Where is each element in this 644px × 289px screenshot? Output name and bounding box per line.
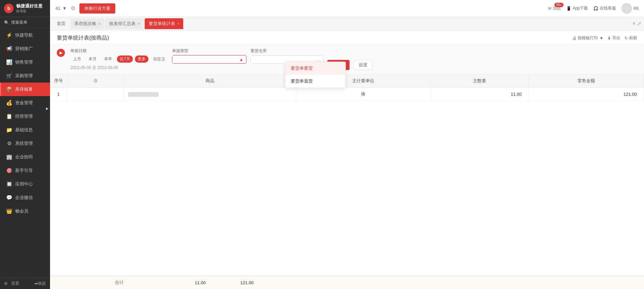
member-icon: 👑 — [6, 208, 13, 215]
export-icon: ⬇ — [607, 36, 611, 41]
store-dropdown-icon: ▼ — [62, 6, 67, 11]
sidebar-item-operation[interactable]: 📋 经营管理 — [0, 110, 50, 123]
wechat-icon: 💬 — [6, 194, 13, 201]
warehouse-filter-label: 要货仓库 — [251, 48, 323, 54]
dropdown-item-return[interactable]: 要货单退货 — [285, 75, 345, 88]
sidebar-item-apps[interactable]: 🔲 应用中心 — [0, 177, 50, 191]
message-icon: ✉ — [548, 6, 551, 11]
logo-icon: b — [4, 4, 14, 13]
warehouse-filter-icon[interactable]: … — [313, 57, 323, 62]
sidebar-item-enterprise[interactable]: 🏢 企业协同 — [0, 150, 50, 164]
apps-icon: 🔲 — [6, 181, 13, 187]
sidebar-item-shortcut[interactable]: ⚡ 快捷导航 — [0, 28, 50, 42]
tabbar-actions: × ⤢ — [633, 20, 641, 27]
message-button[interactable]: ✉ 消息 99+ — [548, 5, 561, 11]
sidebar-item-label: 系统管理 — [15, 140, 33, 147]
tab-receipt[interactable]: 收发存汇总表 × — [105, 18, 144, 29]
sidebar-item-label: 企业协同 — [15, 154, 33, 160]
sidebar-item-system[interactable]: ⚙ 系统管理 — [0, 137, 50, 150]
main-area: 41 ▼ ⚙ 体验行业方案 ✉ 消息 99+ 📱 App下载 🎧 在线客服 R — [50, 0, 644, 289]
date-btn-custom[interactable]: 自定义 — [150, 55, 168, 63]
enterprise-icon: 🏢 — [6, 154, 13, 160]
tabbar-expand[interactable]: ⤢ — [637, 20, 641, 27]
tabbar-close-all[interactable]: × — [633, 21, 636, 27]
dropdown-item-receive[interactable]: 要货单要货 — [285, 62, 345, 75]
basic-icon: 📁 — [6, 127, 13, 133]
tabbar: 首页 库存批次账 × 收发存汇总表 × 要货单统计表 × × ⤢ — [50, 17, 644, 30]
date-btn-this-year[interactable]: 本年 — [101, 55, 115, 63]
sidebar-bottom[interactable]: ⚙ 设置 ⬅ 收起 — [0, 277, 50, 289]
table-row: 1 块 11.00 121.00 — [50, 88, 644, 101]
col-header-seq: 序号 — [50, 74, 67, 88]
table-area: 序号 ⚙ 商品 主计量单位 主数量 零售金额 1 — [50, 74, 644, 275]
sidebar-item-label: 销售管理 — [15, 59, 33, 65]
type-filter-input-wrap[interactable]: ▲ — [172, 55, 246, 64]
type-filter-input[interactable] — [172, 55, 237, 63]
store-number: 41 — [55, 6, 60, 11]
footer-amount: 121.00 — [240, 280, 254, 285]
sidebar-item-wechat[interactable]: 💬 企业微信 — [0, 191, 50, 204]
refresh-icon: ↻ — [624, 36, 628, 41]
sidebar-collapse-button[interactable]: ▶ — [45, 102, 50, 115]
avatar-image — [621, 3, 632, 14]
cell-qty: 11.00 — [431, 88, 529, 101]
topbar-left: 41 ▼ ⚙ 体验行业方案 — [55, 3, 548, 14]
sidebar-item-finance[interactable]: 💰 资金管理 — [0, 96, 50, 110]
date-btn-more[interactable]: 更多 — [135, 55, 148, 63]
page-title: 要货单统计表(按商品) — [57, 35, 109, 42]
date-btn-7days[interactable]: 近7天 — [117, 55, 133, 63]
tab-batch[interactable]: 库存批次账 × — [70, 18, 104, 29]
tab-home[interactable]: 首页 — [53, 18, 70, 29]
cell-seq: 1 — [50, 88, 67, 101]
topbar-settings-icon[interactable]: ⚙ — [71, 5, 75, 12]
export-button[interactable]: ⬇ 导出 — [607, 35, 620, 41]
settings-button[interactable]: 设置 — [354, 60, 373, 70]
type-filter-arrow[interactable]: ▲ — [237, 57, 246, 62]
footer-total-label: 合计 — [115, 280, 124, 286]
date-btn-this-month[interactable]: 本月 — [86, 55, 99, 63]
sidebar-item-basic[interactable]: 📁 基础信息 — [0, 123, 50, 137]
filter-expand-button[interactable]: ▶ — [57, 49, 65, 57]
type-filter-label: 单据类型 — [172, 48, 246, 54]
tab-batch-close[interactable]: × — [98, 22, 100, 26]
sidebar-item-label: 资金管理 — [15, 100, 33, 106]
tab-order-stat-close[interactable]: × — [177, 22, 179, 26]
sidebar-item-inventory[interactable]: 📦 库存核算 — [0, 83, 50, 96]
print-icon: 🖨 — [572, 36, 576, 41]
app-download-button[interactable]: 📱 App下载 — [566, 5, 588, 11]
product-name-placeholder — [128, 92, 159, 97]
filter-bar: ▶ 单据日期 上月 本月 本年 近7天 更多 自定义 2023-05-06 至 … — [50, 45, 644, 74]
sidebar-search[interactable]: 🔍 搜索菜单 — [0, 17, 50, 28]
filter-group: 单据日期 上月 本月 本年 近7天 更多 自定义 2023-05-06 至 20… — [70, 48, 637, 71]
col-header-settings: ⚙ — [67, 74, 124, 88]
tab-receipt-close[interactable]: × — [138, 22, 140, 26]
store-selector[interactable]: 41 ▼ — [55, 6, 67, 11]
industry-button[interactable]: 体验行业方案 — [79, 3, 115, 14]
settings-icon: ⚙ — [4, 281, 8, 286]
sidebar-item-guide[interactable]: 🎯 新手引导 — [0, 164, 50, 177]
sidebar-item-sales[interactable]: 📊 销售管理 — [0, 55, 50, 69]
sidebar-item-member[interactable]: 👑 畅会员 — [0, 204, 50, 218]
service-icon: 🎧 — [593, 6, 598, 11]
page-actions: 🖨 按模板打印 ▼ ⬇ 导出 ↻ 刷新 — [572, 35, 637, 41]
col-header-qty: 主数量 — [431, 74, 529, 88]
print-button[interactable]: 🖨 按模板打印 ▼ — [572, 35, 603, 41]
date-btn-prev-month[interactable]: 上月 — [70, 55, 84, 63]
table-settings-icon[interactable]: ⚙ — [93, 78, 98, 84]
online-service-button[interactable]: 🎧 在线客服 — [593, 5, 616, 11]
cell-settings — [67, 88, 124, 101]
sidebar-item-purchase[interactable]: 🛒 采购管理 — [0, 69, 50, 83]
tab-order-stat[interactable]: 要货单统计表 × — [145, 18, 183, 29]
sidebar-item-marketing[interactable]: 📢 营销推广 — [0, 42, 50, 55]
app-icon: 📱 — [566, 6, 571, 11]
type-filter: 单据类型 ▲ — [172, 48, 246, 64]
data-table: 序号 ⚙ 商品 主计量单位 主数量 零售金额 1 — [50, 74, 644, 101]
inventory-icon: 📦 — [6, 86, 13, 93]
refresh-button[interactable]: ↻ 刷新 — [624, 35, 637, 41]
message-badge: 99+ — [554, 3, 564, 7]
purchase-icon: 🛒 — [6, 72, 13, 79]
user-avatar[interactable]: Rit — [621, 3, 639, 14]
page-header: 要货单统计表(按商品) 🖨 按模板打印 ▼ ⬇ 导出 ↻ 刷新 — [50, 30, 644, 45]
print-dropdown-icon: ▼ — [599, 36, 603, 41]
date-filter-label: 单据日期 — [70, 48, 168, 54]
